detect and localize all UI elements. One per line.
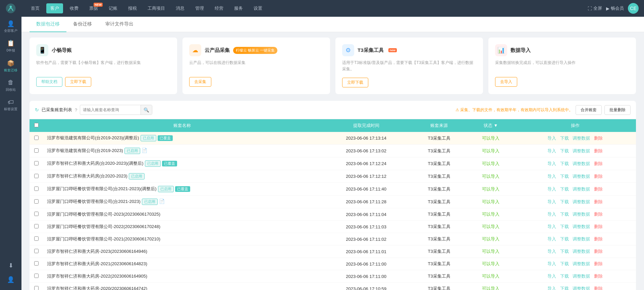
download-action[interactable]: 下载	[560, 212, 569, 217]
download-action[interactable]: 下载	[560, 274, 569, 279]
topnav-account[interactable]: 记账	[105, 3, 121, 13]
delete-action[interactable]: 删除	[594, 249, 603, 254]
select-all-checkbox[interactable]	[34, 123, 39, 127]
import-action[interactable]: 导入	[547, 187, 556, 192]
cloud-collect-button[interactable]: 去采集	[189, 77, 211, 87]
row-checkbox[interactable]	[34, 249, 39, 253]
user-avatar[interactable]: CE	[628, 3, 639, 14]
xcp-download-button[interactable]: 立即下载	[65, 77, 91, 87]
merge-accounts-button[interactable]: 合并账套	[576, 105, 602, 115]
adjust-action[interactable]: 调整数据	[573, 236, 590, 241]
topnav-invoice[interactable]: 票据 NEW	[85, 3, 102, 13]
topnav-operation[interactable]: 经营	[211, 3, 227, 13]
row-checkbox[interactable]	[34, 199, 39, 204]
delete-action[interactable]: 删除	[594, 174, 603, 179]
adjust-action[interactable]: 调整数据	[573, 274, 590, 279]
t3-download-button[interactable]: 立即下载	[342, 78, 368, 87]
delete-action[interactable]: 删除	[594, 148, 603, 153]
delete-action[interactable]: 删除	[594, 236, 603, 241]
adjust-action[interactable]: 调整数据	[573, 224, 590, 229]
adjust-action[interactable]: 调整数据	[573, 161, 590, 166]
download-action[interactable]: 下载	[560, 148, 569, 153]
row-checkbox[interactable]	[34, 261, 39, 266]
topnav-message[interactable]: 消息	[172, 3, 189, 13]
tab-audit-export[interactable]: 审计文件导出	[99, 17, 140, 32]
sidebar-item-all-clients[interactable]: 👤 全部客户	[0, 17, 21, 36]
sidebar-item-label-settings[interactable]: 🏷 标签设置	[0, 95, 21, 115]
sidebar-item-account-migration[interactable]: 📦 账套迁移	[0, 56, 21, 76]
download-action[interactable]: 下载	[560, 161, 569, 166]
import-action[interactable]: 导入	[547, 274, 556, 279]
help-icon[interactable]: ?	[75, 107, 77, 113]
import-action[interactable]: 导入	[547, 212, 556, 217]
topnav-service[interactable]: 服务	[230, 3, 247, 13]
download-action[interactable]: 下载	[560, 199, 569, 204]
adjust-action[interactable]: 调整数据	[573, 199, 590, 204]
adjust-action[interactable]: 调整数据	[573, 174, 590, 179]
tab-data-migration[interactable]: 数据包迁移	[30, 17, 66, 32]
row-checkbox[interactable]	[34, 161, 39, 165]
row-checkbox[interactable]	[34, 236, 39, 241]
sidebar-item-user-bottom[interactable]: 👤	[0, 273, 21, 287]
import-action[interactable]: 导入	[547, 161, 556, 166]
download-action[interactable]: 下载	[560, 249, 569, 254]
topnav-settings[interactable]: 设置	[250, 3, 266, 13]
fullscreen-button[interactable]: ⛶ 全屏	[588, 5, 602, 11]
delete-action[interactable]: 删除	[594, 187, 603, 192]
import-action[interactable]: 导入	[547, 236, 556, 241]
search-button[interactable]: 🔍	[141, 105, 152, 115]
adjust-action[interactable]: 调整数据	[573, 136, 590, 141]
delete-action[interactable]: 删除	[594, 286, 603, 290]
row-checkbox[interactable]	[34, 174, 39, 178]
import-action[interactable]: 导入	[547, 261, 556, 266]
row-checkbox[interactable]	[34, 224, 39, 228]
delete-action[interactable]: 删除	[594, 224, 603, 229]
adjust-action[interactable]: 调整数据	[573, 249, 590, 254]
row-checkbox[interactable]	[34, 286, 39, 290]
row-checkbox[interactable]	[34, 212, 39, 216]
import-action[interactable]: 导入	[547, 224, 556, 229]
import-action[interactable]: 导入	[547, 136, 556, 141]
adjust-action[interactable]: 调整数据	[573, 212, 590, 217]
import-action[interactable]: 导入	[547, 199, 556, 204]
row-checkbox[interactable]	[34, 136, 39, 140]
adjust-action[interactable]: 调整数据	[573, 148, 590, 153]
topnav-manage[interactable]: 管理	[191, 3, 208, 13]
xcp-help-button[interactable]: 帮助文档	[36, 77, 62, 87]
topnav-home[interactable]: 首页	[27, 3, 44, 13]
topnav-customer[interactable]: 客户	[46, 3, 63, 13]
batch-delete-button[interactable]: 批量删除	[604, 105, 631, 115]
refresh-icon[interactable]: ↻	[35, 107, 39, 113]
row-checkbox[interactable]	[34, 187, 39, 191]
delete-action[interactable]: 删除	[594, 212, 603, 217]
tab-backup-migration[interactable]: 备份迁移	[66, 17, 99, 32]
search-input[interactable]	[80, 107, 141, 112]
topnav-tax[interactable]: 报税	[124, 3, 141, 13]
delete-action[interactable]: 删除	[594, 274, 603, 279]
adjust-action[interactable]: 调整数据	[573, 187, 590, 192]
download-action[interactable]: 下载	[560, 187, 569, 192]
member-button[interactable]: ▶ 畅会员	[606, 5, 624, 11]
import-action[interactable]: 导入	[547, 174, 556, 179]
import-action[interactable]: 导入	[547, 249, 556, 254]
download-action[interactable]: 下载	[560, 236, 569, 241]
delete-action[interactable]: 删除	[594, 199, 603, 204]
delete-action[interactable]: 删除	[594, 161, 603, 166]
delete-action[interactable]: 删除	[594, 136, 603, 141]
download-action[interactable]: 下载	[560, 261, 569, 266]
import-action[interactable]: 导入	[547, 286, 556, 290]
topnav-billing[interactable]: 收费	[66, 3, 83, 13]
import-goto-button[interactable]: 去导入	[495, 77, 517, 87]
import-action[interactable]: 导入	[547, 148, 556, 153]
adjust-action[interactable]: 调整数据	[573, 261, 590, 266]
sidebar-item-recycle[interactable]: 🗑 回收站	[0, 76, 21, 95]
download-action[interactable]: 下载	[560, 286, 569, 290]
sidebar-item-zero-report[interactable]: 📋 0申报	[0, 36, 21, 56]
topnav-business[interactable]: 工商项目	[144, 3, 169, 13]
row-checkbox[interactable]	[34, 148, 39, 153]
delete-action[interactable]: 删除	[594, 261, 603, 266]
download-action[interactable]: 下载	[560, 174, 569, 179]
download-action[interactable]: 下载	[560, 224, 569, 229]
adjust-action[interactable]: 调整数据	[573, 286, 590, 290]
row-checkbox[interactable]	[34, 274, 39, 278]
